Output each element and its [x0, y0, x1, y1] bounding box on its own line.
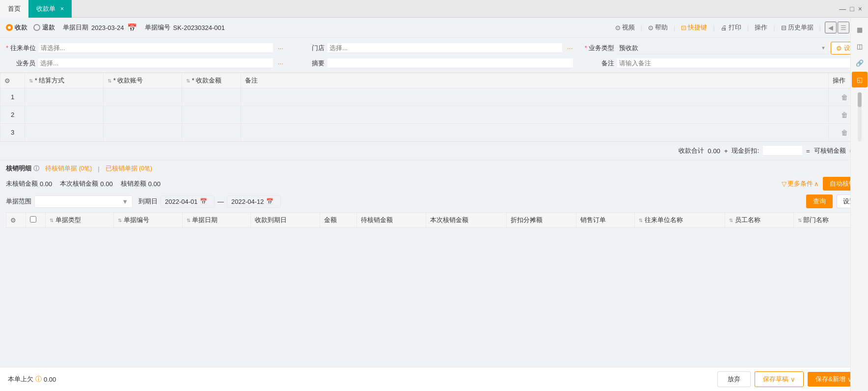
row-account-1[interactable]: [104, 88, 182, 106]
summary-input[interactable]: [327, 58, 572, 68]
table-gear-icon[interactable]: ⚙: [4, 77, 10, 84]
row-amount-1[interactable]: [182, 88, 241, 106]
pending-tab[interactable]: 待核销单据 (0笔): [45, 164, 92, 173]
help-button[interactable]: ⊙ 帮助: [646, 22, 670, 33]
prev-view-button[interactable]: ◀: [825, 22, 837, 33]
top-toolbar: 收款 退款 单据日期 2023-03-24 📅 单据编号 SK-20230324…: [0, 18, 868, 38]
scrollbar-track[interactable]: [858, 92, 862, 141]
store-more-icon[interactable]: ···: [567, 44, 573, 52]
date-separator: —: [217, 198, 224, 205]
col-amount-label: ⇅ * 收款金额: [186, 77, 221, 84]
maximize-button[interactable]: □: [850, 5, 854, 13]
radio-refund[interactable]: 退款: [33, 23, 55, 32]
row-amount-2[interactable]: [182, 106, 241, 124]
date-value[interactable]: 2023-03-24: [91, 24, 124, 31]
col-gear: ⚙: [6, 213, 26, 228]
history-label: 历史单据: [788, 23, 814, 32]
row-amount-3[interactable]: [182, 124, 241, 141]
list-view-button[interactable]: ☰: [838, 22, 849, 33]
account-text: * 收款账号: [113, 77, 143, 84]
select-all-checkbox[interactable]: [30, 216, 36, 223]
radio-collect-label: 收款: [15, 23, 27, 32]
discount-input[interactable]: [763, 146, 802, 156]
staff-input[interactable]: [38, 58, 273, 68]
date-to-input[interactable]: 2022-04-12 📅: [227, 196, 281, 208]
row-delete-btn-1[interactable]: 🗑: [841, 93, 848, 101]
video-label: 视频: [622, 23, 635, 32]
history-button[interactable]: ⊟ 历史单据: [779, 22, 815, 33]
tab-active[interactable]: 收款单 ×: [28, 0, 72, 18]
partner-more-icon[interactable]: ···: [278, 44, 284, 52]
section-title-text: 核销明细: [6, 164, 31, 173]
footer-info-icon[interactable]: ⓘ: [35, 375, 42, 384]
row-settle-1[interactable]: [25, 88, 104, 106]
date-picker-icon[interactable]: 📅: [127, 23, 137, 32]
scrollbar-thumb[interactable]: [858, 92, 862, 107]
shortcut-button[interactable]: ⊡ 快捷键: [679, 22, 709, 33]
draft-button[interactable]: 保存草稿 ∨: [755, 371, 804, 387]
print-button[interactable]: 🖨 打印: [719, 22, 743, 33]
range-field: 单据范围 ▼: [6, 196, 133, 208]
sidebar-expand-icon[interactable]: ◱: [852, 72, 868, 87]
store-input[interactable]: [327, 43, 562, 53]
draft-chevron: ∨: [790, 376, 795, 383]
operation-button[interactable]: 操作: [753, 22, 769, 33]
biz-type-select[interactable]: 预收款 ▼: [617, 43, 828, 54]
summary-field: 摘要: [295, 58, 572, 68]
row-remark-1[interactable]: [241, 88, 829, 106]
sidebar-link-icon[interactable]: 🔗: [852, 55, 868, 71]
done-tab[interactable]: 已核销单据 (0笔): [106, 164, 152, 173]
collect-table: ⚙ ⇅ * 结算方式 ⇅ * 收款账号: [0, 73, 868, 141]
number-value[interactable]: SK-20230324-001: [173, 24, 225, 31]
toolbar-actions: ⊙ 视频 | ⊙ 帮助 | ⊡ 快捷键 | 🖨 打印 |: [613, 22, 862, 33]
range-select[interactable]: ▼: [34, 196, 133, 208]
biz-type-label-text: 业务类型: [589, 44, 614, 52]
row-delete-btn-2[interactable]: 🗑: [841, 111, 848, 119]
row-remark-3[interactable]: [241, 124, 829, 141]
video-button[interactable]: ⊙ 视频: [613, 22, 637, 33]
date-from-input[interactable]: 2022-04-01 📅: [161, 196, 215, 208]
row-account-3[interactable]: [104, 124, 182, 141]
stats-row: 未核销金额 0.00 本次核销金额 0.00 核销差额 0.00 ▽ 更多条件 …: [6, 177, 862, 191]
window-close-button[interactable]: ×: [858, 5, 862, 13]
radio-collect[interactable]: 收款: [6, 23, 27, 32]
sep2: |: [674, 24, 675, 31]
form-row-2: 业务员 ··· 摘要 备注: [6, 58, 862, 68]
query-button[interactable]: 查询: [806, 195, 833, 208]
sidebar-table-icon[interactable]: ▦: [852, 22, 868, 37]
remark-input[interactable]: [617, 58, 862, 68]
minimize-button[interactable]: —: [839, 5, 846, 13]
section-info-icon[interactable]: ⓘ: [33, 165, 39, 173]
col-number: ⇅ 单据编号: [114, 213, 182, 228]
more-conditions-btn[interactable]: ▽ 更多条件 ∧: [782, 179, 819, 188]
row-settle-3[interactable]: [25, 124, 104, 141]
settings-gear-icon: ⚙: [836, 45, 842, 52]
date-to-value: 2022-04-12: [231, 198, 264, 205]
row-remark-2[interactable]: [241, 106, 829, 124]
help-label: 帮助: [655, 23, 668, 32]
staff-more-icon[interactable]: ···: [278, 59, 284, 67]
tab-close-icon[interactable]: ×: [60, 0, 64, 18]
sidebar-document-icon[interactable]: ◫: [852, 38, 868, 54]
col-account-label: ⇅ * 收款账号: [108, 77, 143, 84]
col-type-label: 单据类型: [55, 216, 81, 223]
row-delete-btn-3[interactable]: 🗑: [841, 128, 848, 137]
sort-date: ⇅: [187, 218, 190, 223]
col-pending-label: 待核销金额: [361, 216, 393, 223]
date-to-icon[interactable]: 📅: [266, 198, 273, 205]
bottom-gear-icon[interactable]: ⚙: [10, 217, 16, 224]
discount-label: 现金折扣:: [732, 146, 759, 155]
abandon-button[interactable]: 放弃: [717, 371, 751, 387]
amount-text: * 收款金额: [192, 77, 222, 84]
tab-home[interactable]: 首页: [0, 0, 28, 18]
row-settle-2[interactable]: [25, 106, 104, 124]
row-account-2[interactable]: [104, 106, 182, 124]
sort-dept: ⇅: [798, 218, 802, 223]
col-due-label: 收款到期日: [255, 216, 287, 223]
more-conditions-label: 更多条件: [787, 179, 813, 188]
date-from-icon[interactable]: 📅: [200, 198, 207, 205]
collect-total-label: 收款合计: [678, 146, 704, 155]
partner-input[interactable]: [39, 43, 273, 53]
form-row-1: * 往来单位 ··· 门店 ··· * 业务类型: [6, 42, 862, 55]
collect-total-value: 0.00: [708, 147, 720, 155]
